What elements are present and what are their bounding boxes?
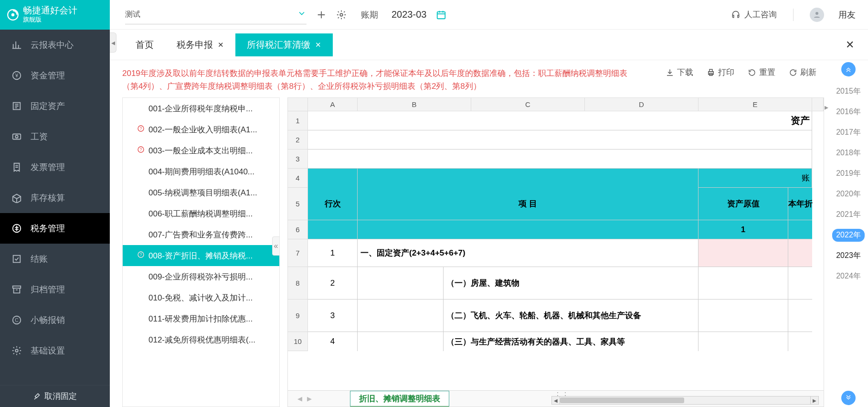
sidebar-item-tax[interactable]: 税务管理	[0, 213, 110, 244]
sidebar-item-asset[interactable]: 固定资产	[0, 91, 110, 121]
row-header[interactable]: 2	[288, 130, 308, 150]
cell-line-no[interactable]: 3	[308, 300, 358, 332]
tab[interactable]: 税务申报✕	[165, 33, 235, 56]
sidebar-item-archive[interactable]: 归档管理	[0, 274, 110, 305]
sidebar-item-stock[interactable]: 库存核算	[0, 182, 110, 213]
scroll-thumb[interactable]	[560, 397, 684, 403]
year-option[interactable]: 2019年	[832, 167, 865, 180]
row-header[interactable]: 8	[288, 267, 308, 300]
cell-header-lineno[interactable]: 行次	[308, 188, 358, 220]
cell-value[interactable]	[699, 267, 788, 300]
cell[interactable]	[308, 130, 812, 150]
cell[interactable]: 资产	[308, 111, 812, 130]
form-list-item[interactable]: 009-企业所得税弥补亏损明...	[123, 266, 279, 287]
scroll-left-button[interactable]: ◀	[551, 396, 560, 405]
year-option[interactable]: 2024年	[832, 270, 865, 283]
form-list-collapse-handle[interactable]: «	[272, 236, 280, 256]
cell-header-lineno[interactable]	[308, 169, 358, 188]
sheet-tab[interactable]: 折旧、摊销调整明细表	[350, 391, 449, 407]
cell[interactable]	[358, 300, 444, 332]
col-header-d[interactable]: D	[585, 98, 699, 111]
form-list-item[interactable]: 007-广告费和业务宣传费跨...	[123, 224, 279, 245]
cell-header-item[interactable]: 项 目	[358, 188, 699, 220]
row-header[interactable]: 7	[288, 239, 308, 267]
cell-header-item[interactable]	[358, 169, 699, 188]
cell-item[interactable]: 一、固定资产(2+3+4+5+6+7)	[358, 239, 699, 267]
year-scroll-up-button[interactable]	[841, 62, 856, 76]
cell[interactable]	[308, 220, 358, 239]
cell-value[interactable]	[699, 332, 788, 351]
form-list-item[interactable]: ?002-一般企业收入明细表(A1...	[123, 119, 279, 140]
row-header[interactable]: 5	[288, 188, 308, 220]
year-option[interactable]: 2016年	[832, 106, 865, 118]
cell-line-no[interactable]: 1	[308, 239, 358, 267]
grid-corner[interactable]	[288, 98, 308, 111]
cell[interactable]: 1	[699, 220, 788, 239]
form-list-item[interactable]: 011-研发费用加计扣除优惠...	[123, 308, 279, 329]
cell-item[interactable]: （三）与生产经营活动有关的器具、工具、家具等	[444, 332, 699, 351]
row-header[interactable]: 6	[288, 220, 308, 239]
cell-header-depr[interactable]: 本年折	[788, 188, 812, 220]
form-list-item[interactable]: 010-免税、减计收入及加计...	[123, 287, 279, 308]
sheet-nav-last[interactable]: ▶	[307, 395, 312, 402]
form-list-item[interactable]: 004-期间费用明细表(A1040...	[123, 161, 279, 182]
company-selector[interactable]: 测试	[125, 5, 307, 24]
form-list-item[interactable]: ?008-资产折旧、摊销及纳税...	[123, 245, 279, 266]
tab-close-icon[interactable]: ✕	[218, 41, 224, 49]
tab[interactable]: 首页	[124, 33, 165, 56]
year-option[interactable]: 2022年	[832, 229, 865, 242]
sidebar-item-xc[interactable]: C小畅报销	[0, 305, 110, 335]
cell-value[interactable]	[788, 239, 812, 267]
cell-value[interactable]	[788, 300, 812, 332]
year-option[interactable]: 2021年	[832, 208, 865, 221]
download-button[interactable]: 下载	[666, 67, 693, 78]
scroll-right-button[interactable]: ▶	[810, 396, 819, 405]
sidebar-item-salary[interactable]: 工资	[0, 121, 110, 152]
refresh-button[interactable]: 刷新	[789, 67, 816, 78]
year-scroll-down-button[interactable]	[841, 391, 856, 405]
row-header[interactable]: 1	[288, 111, 308, 130]
year-option[interactable]: 2015年	[832, 85, 865, 98]
year-option[interactable]: 2020年	[832, 188, 865, 201]
form-list-item[interactable]: 005-纳税调整项目明细表(A1...	[123, 182, 279, 203]
user-name[interactable]: 用友	[838, 9, 856, 21]
sidebar-item-close[interactable]: 结账	[0, 244, 110, 274]
scroll-track[interactable]	[560, 396, 810, 405]
cell-value[interactable]	[788, 332, 812, 351]
form-list-item[interactable]: 012-减免所得税优惠明细表(...	[123, 329, 279, 350]
cell[interactable]	[358, 267, 444, 300]
tab[interactable]: 所得税汇算清缴✕	[235, 33, 333, 56]
cell-value[interactable]	[699, 239, 788, 267]
tab-close-icon[interactable]: ✕	[315, 41, 321, 49]
cell-line-no[interactable]: 4	[308, 332, 358, 351]
reset-button[interactable]: 重置	[748, 67, 775, 78]
row-header[interactable]: 10	[288, 332, 308, 351]
form-list-item[interactable]: 006-职工薪酬纳税调整明细...	[123, 203, 279, 224]
horizontal-scrollbar[interactable]: ◀ ▶	[551, 396, 819, 405]
form-list-item[interactable]: ?003-一般企业成本支出明细...	[123, 140, 279, 161]
sidebar-item-money[interactable]: ¥资金管理	[0, 60, 110, 91]
support-link[interactable]: 人工咨询	[731, 9, 777, 20]
col-header-c[interactable]: C	[471, 98, 585, 111]
cell-item[interactable]: （二）飞机、火车、轮船、机器、机械和其他生产设备	[444, 300, 699, 332]
cell[interactable]: 账	[699, 169, 812, 188]
sidebar-item-chart[interactable]: 云报表中心	[0, 30, 110, 60]
year-option[interactable]: 2023年	[832, 249, 865, 262]
cell-item[interactable]: （一）房屋、建筑物	[444, 267, 699, 300]
year-option[interactable]: 2018年	[832, 147, 865, 160]
row-header[interactable]: 4	[288, 169, 308, 188]
col-header-a[interactable]: A	[308, 98, 358, 111]
cell-header-orig[interactable]: 资产原值	[699, 188, 788, 220]
row-header[interactable]: 9	[288, 300, 308, 332]
cell[interactable]	[308, 150, 812, 169]
cell-value[interactable]	[788, 267, 812, 300]
year-option[interactable]: 2017年	[832, 126, 865, 139]
add-button[interactable]	[316, 10, 327, 20]
close-all-tabs-button[interactable]: ✕	[843, 38, 857, 52]
cell[interactable]	[788, 220, 812, 239]
sidebar-item-settings[interactable]: 基础设置	[0, 335, 110, 366]
row-header[interactable]: 3	[288, 150, 308, 169]
print-button[interactable]: 打印	[707, 67, 734, 78]
col-header-b[interactable]: B	[358, 98, 471, 111]
calendar-button[interactable]	[436, 10, 446, 20]
